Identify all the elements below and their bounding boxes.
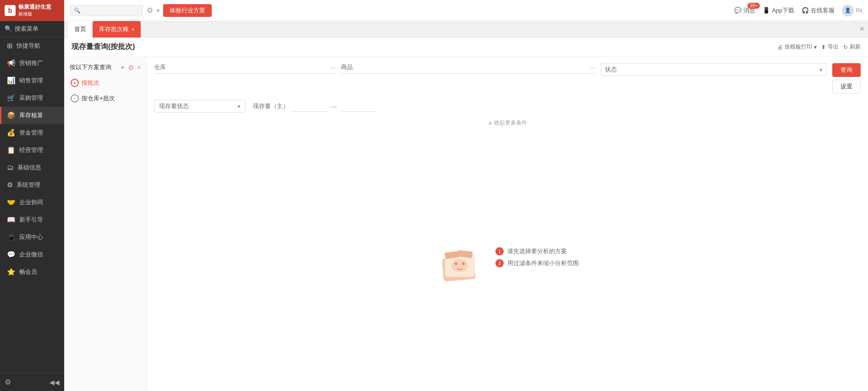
page-title: 现存量查询(按批次): [71, 42, 135, 52]
empty-illustration: [436, 234, 482, 280]
sidebar-item-membership[interactable]: ⭐ 畅会员: [0, 263, 64, 281]
empty-hint-2: 2 用过滤条件来缩小分析范围: [495, 259, 579, 267]
sidebar-item-system[interactable]: ⚙ 系统管理: [0, 176, 64, 194]
settings-plan-icon[interactable]: ⊙: [128, 64, 134, 71]
page-close-btn[interactable]: ×: [859, 24, 864, 34]
export-btn[interactable]: ⬆ 导出: [821, 43, 839, 51]
headset-icon: 🎧: [802, 7, 809, 14]
stock-qty-min-input[interactable]: [291, 101, 328, 112]
svg-point-4: [462, 262, 465, 265]
status-filter[interactable]: 状态 ▾: [601, 63, 827, 76]
svg-point-3: [455, 262, 457, 265]
query-button[interactable]: 查询: [832, 63, 861, 77]
product-input[interactable]: [357, 64, 588, 71]
export-label: 导出: [828, 43, 839, 51]
sidebar-item-purchase[interactable]: 🛒 采购管理: [0, 89, 64, 107]
sidebar-item-label: 企业微信: [19, 250, 43, 259]
sidebar-item-app-center[interactable]: 📱 应用中心: [0, 228, 64, 246]
topbar-search-box[interactable]: 🔍: [70, 5, 143, 16]
warehouse-more-icon[interactable]: ···: [330, 64, 335, 71]
user-name: Rit: [856, 7, 863, 14]
sidebar-item-wechat[interactable]: 💬 企业微信: [0, 246, 64, 263]
empty-area: 1 请先选择要分析的方案 2 用过滤条件来缩小分析范围: [154, 130, 861, 385]
plan-item-by-batch[interactable]: ● 按批次: [64, 75, 146, 91]
main-area: 🔍 ⚙ ▾ 体验行业方案 💬 消息 99+ 📱 App下载 🎧 在线客服 👤: [64, 0, 868, 391]
sidebar-collapse-icon[interactable]: ◀◀: [49, 379, 60, 386]
sidebar-item-sales[interactable]: 📊 销售管理: [0, 72, 64, 89]
page-header: 现存量查询(按批次) 🖨 按模板打印 ▾ ⬆ 导出 ↻ 刷新: [64, 38, 868, 57]
plan-label-by-batch: 按批次: [82, 79, 99, 87]
stock-status-filter[interactable]: 现存量状态 ▾: [154, 100, 246, 113]
sidebar-item-label: 快捷导航: [16, 42, 40, 50]
product-more-icon[interactable]: ···: [590, 64, 595, 71]
basic-icon: 🗂: [7, 163, 14, 171]
app-edition: 标准版: [18, 11, 51, 17]
filter-area: 仓库 ··· 商品 ··· 状态 ▾: [154, 63, 861, 130]
sidebar-item-newbie[interactable]: 📖 新手引导: [0, 211, 64, 228]
add-plan-icon[interactable]: +: [121, 64, 125, 71]
refresh-btn[interactable]: ↻ 刷新: [843, 43, 861, 51]
collapse-panel-icon[interactable]: «: [137, 64, 141, 71]
sidebar-item-operations[interactable]: 📋 经营管理: [0, 141, 64, 159]
app-download-btn[interactable]: 📱 App下载: [763, 6, 794, 15]
hint-1-num: 1: [495, 247, 504, 255]
stock-status-dropdown-icon: ▾: [237, 103, 241, 110]
system-icon: ⚙: [7, 181, 13, 189]
status-dropdown-icon[interactable]: ▾: [819, 66, 823, 73]
warehouse-label: 仓库: [154, 63, 166, 71]
newbie-icon: 📖: [7, 216, 16, 224]
sidebar-item-label: 采购管理: [19, 94, 43, 102]
sidebar-search[interactable]: 🔍 搜索菜单: [0, 21, 64, 37]
topbar-settings-icon[interactable]: ⚙: [147, 6, 153, 15]
sidebar-item-enterprise[interactable]: 🤝 企业协同: [0, 194, 64, 211]
finance-icon: 💰: [7, 129, 16, 137]
user-avatar[interactable]: 👤 Rit: [842, 5, 863, 16]
sidebar-item-label: 系统管理: [16, 181, 40, 189]
sidebar-item-label: 营销推广: [19, 59, 43, 67]
sidebar-item-label: 新手引导: [19, 216, 43, 224]
warehouse-input[interactable]: [170, 64, 329, 71]
sidebar-item-finance[interactable]: 💰 资金管理: [0, 124, 64, 141]
tabs-bar: 首页 库存批次账 × ×: [64, 21, 868, 38]
sidebar-item-quick-nav[interactable]: ⊞ 快捷导航: [0, 37, 64, 54]
page-content: 现存量查询(按批次) 🖨 按模板打印 ▾ ⬆ 导出 ↻ 刷新: [64, 38, 868, 391]
print-dropdown-icon[interactable]: ▾: [814, 44, 817, 50]
collapse-filters-btn[interactable]: ∧ 收起更多条件: [154, 116, 861, 130]
tab-inventory-batch[interactable]: 库存批次账 ×: [93, 21, 141, 38]
tab-close-icon[interactable]: ×: [132, 27, 134, 32]
app-name: 畅康通好生意: [18, 4, 51, 11]
export-icon: ⬆: [821, 44, 826, 50]
stock-qty-dash: —: [331, 103, 337, 110]
stock-qty-label: 现存量（主）: [253, 102, 289, 110]
topbar-search-input[interactable]: [82, 7, 139, 14]
status-label: 状态: [605, 65, 818, 74]
purchase-icon: 🛒: [7, 94, 16, 102]
membership-icon: ⭐: [7, 268, 16, 276]
empty-hints: 1 请先选择要分析的方案 2 用过滤条件来缩小分析范围: [495, 247, 579, 267]
online-service-btn[interactable]: 🎧 在线客服: [802, 6, 835, 15]
plan-item-by-warehouse-batch[interactable]: ○ 按仓库+批次: [64, 91, 146, 106]
refresh-icon: ↻: [843, 44, 848, 50]
tab-home[interactable]: 首页: [68, 21, 93, 38]
stock-qty-max-input[interactable]: [340, 101, 376, 112]
settings-button[interactable]: 设置: [832, 80, 861, 93]
phone-icon: 📱: [763, 7, 770, 14]
app-download-label: App下载: [772, 6, 794, 15]
sidebar-item-label: 企业协同: [19, 198, 43, 206]
messages-btn[interactable]: 💬 消息 99+: [734, 6, 755, 15]
quick-nav-icon: ⊞: [7, 42, 13, 50]
sidebar-item-inventory[interactable]: 📦 库存核算: [0, 107, 64, 124]
print-btn[interactable]: 🖨 按模板打印 ▾: [777, 43, 817, 51]
plan-label-by-warehouse-batch: 按仓库+批次: [82, 94, 115, 103]
tab-home-label: 首页: [74, 25, 86, 33]
app-logo: b: [5, 5, 16, 16]
sidebar-item-marketing[interactable]: 📢 营销推广: [0, 54, 64, 72]
sidebar-header: b 畅康通好生意 标准版: [0, 0, 64, 21]
left-panel-header: 按以下方案查询 + ⊙ «: [64, 61, 146, 75]
sidebar-item-label: 资金管理: [19, 129, 43, 137]
topbar-dropdown-icon[interactable]: ▾: [157, 7, 159, 14]
sidebar-item-basic[interactable]: 🗂 基础信息: [0, 159, 64, 176]
sidebar-settings-icon[interactable]: ⚙: [5, 378, 11, 386]
industry-btn[interactable]: 体验行业方案: [163, 4, 212, 17]
sales-icon: 📊: [7, 76, 16, 85]
